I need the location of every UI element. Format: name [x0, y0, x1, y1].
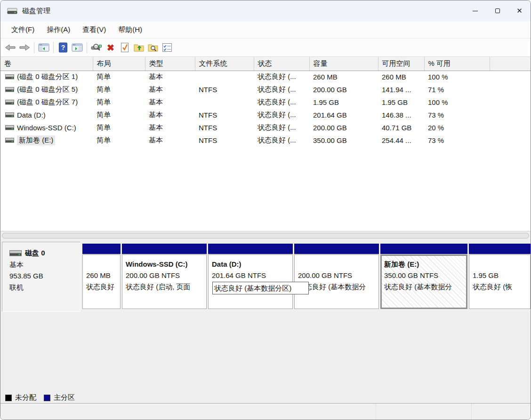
- column-header-pctfree[interactable]: % 可用: [424, 57, 490, 71]
- legend-unallocated-label: 未分配: [15, 393, 36, 402]
- partition-efi[interactable]: 260 MB 状态良好: [82, 244, 121, 312]
- partition-data-d[interactable]: Data (D:) 201.64 GB NTFS: [208, 244, 293, 312]
- cell-type: 基本: [145, 83, 195, 96]
- partition-status: 状态良好 (基本数据分: [298, 281, 378, 293]
- column-header-filesystem[interactable]: 文件系统: [195, 57, 254, 71]
- folder-search-button[interactable]: [146, 41, 160, 54]
- disk-0-info[interactable]: 磁盘 0 基本 953.85 GB 联机: [2, 242, 80, 312]
- partition-strip: 260 MB 状态良好 Windows-SSD (C:) 200.00 GB N…: [82, 244, 531, 312]
- table-row[interactable]: (磁盘 0 磁盘分区 5) 简单 基本 NTFS 状态良好 (... 200.0…: [0, 83, 531, 96]
- show-action-pane-button[interactable]: [70, 41, 84, 54]
- cell-status: 状态良好 (...: [254, 71, 309, 83]
- show-console-tree-button[interactable]: [37, 41, 51, 54]
- cell-fs: NTFS: [195, 134, 254, 147]
- column-header-status[interactable]: 状态: [254, 57, 309, 71]
- table-row[interactable]: Data (D:) 简单 基本 NTFS 状态良好 (... 201.64 GB…: [0, 109, 531, 121]
- menu-bar: 文件(F) 操作(A) 查看(V) 帮助(H): [0, 21, 531, 39]
- menu-view[interactable]: 查看(V): [76, 24, 112, 36]
- partition-status: 状态良好 (恢: [473, 281, 530, 293]
- disk-0-row: 磁盘 0 基本 953.85 GB 联机 260 MB 状态良好: [0, 239, 531, 312]
- table-row[interactable]: (磁盘 0 磁盘分区 7) 简单 基本 状态良好 (... 1.95 GB 1.…: [0, 96, 531, 109]
- statusbar-separator: [471, 404, 472, 420]
- cell-capacity: 260 MB: [309, 71, 378, 83]
- delete-icon: ✖: [107, 43, 114, 52]
- cell-layout: 简单: [93, 109, 145, 121]
- partition-size: 201.64 GB NTFS: [212, 270, 292, 281]
- delete-volume-button[interactable]: ✖: [104, 41, 118, 54]
- toolbar-separator: [87, 42, 87, 53]
- cell-status: 状态良好 (...: [254, 83, 309, 96]
- cell-status: 状态良好 (...: [254, 96, 309, 109]
- partition-new-volume-e[interactable]: 新加卷 (E:) 350.00 GB NTFS 状态良好 (基本数据分: [380, 244, 467, 312]
- drive-icon: [5, 112, 14, 118]
- cell-free: 260 MB: [378, 71, 424, 83]
- disk-properties-button[interactable]: [89, 41, 104, 54]
- disk-properties-icon: [90, 43, 103, 52]
- partition-size: 260 MB: [86, 270, 120, 281]
- action-pane-icon: [72, 43, 83, 52]
- cell-free: 40.71 GB: [378, 121, 424, 134]
- cell-layout: 简单: [93, 96, 145, 109]
- checklist-button[interactable]: [160, 41, 174, 54]
- disk-state: 联机: [9, 282, 80, 293]
- cell-pct: 100 %: [424, 71, 490, 83]
- help-icon: ?: [58, 42, 68, 53]
- cell-type: 基本: [145, 109, 195, 121]
- cell-status: 状态良好 (...: [254, 121, 309, 134]
- partition-header-bar: [380, 244, 467, 254]
- cell-pct: 100 %: [424, 96, 490, 109]
- toolbar-separator: [53, 42, 54, 53]
- status-bar: [0, 404, 531, 420]
- forward-icon: [19, 43, 30, 52]
- column-header-type[interactable]: 类型: [145, 57, 195, 71]
- column-header-freespace[interactable]: 可用空间: [378, 57, 424, 71]
- cell-capacity: 1.95 GB: [309, 96, 378, 109]
- disk-size: 953.85 GB: [9, 270, 80, 282]
- partition-unlabeled-200gb[interactable]: 200.00 GB NTFS 状态良好 (基本数据分: [294, 244, 379, 312]
- partition-header-bar: [122, 244, 207, 254]
- scrollbar-thumb[interactable]: [2, 233, 529, 238]
- cell-free: 141.94 ...: [378, 83, 424, 96]
- partition-status-tooltip: 状态良好 (基本数据分区): [212, 282, 309, 294]
- back-icon: [5, 43, 16, 52]
- partition-size: 200.00 GB NTFS: [298, 270, 378, 281]
- disk-graph-panel: 磁盘 0 基本 953.85 GB 联机 260 MB 状态良好: [0, 239, 531, 404]
- cell-status: 状态良好 (...: [254, 134, 309, 147]
- back-button[interactable]: [3, 41, 17, 54]
- partition-label: Data (D:): [212, 259, 292, 270]
- partition-recovery[interactable]: 1.95 GB 状态良好 (恢: [469, 244, 531, 312]
- cell-capacity: 201.64 GB: [309, 109, 378, 121]
- partition-size: 350.00 GB NTFS: [384, 270, 466, 281]
- cell-pct: 71 %: [424, 83, 490, 96]
- table-row-selected[interactable]: 新加卷 (E:) 简单 基本 NTFS 状态良好 (... 350.00 GB …: [0, 134, 531, 147]
- volume-list-panel: 卷 布局 类型 文件系统 状态 容量 可用空间 % 可用 (磁盘 0 磁盘分区 …: [0, 57, 531, 231]
- table-row[interactable]: (磁盘 0 磁盘分区 1) 简单 基本 状态良好 (... 260 MB 260…: [0, 71, 531, 83]
- partition-status: 状态良好 (启动, 页面: [126, 281, 206, 293]
- partition-status: 状态良好 (基本数据分: [384, 281, 466, 293]
- cell-free: 146.38 ...: [378, 109, 424, 121]
- cell-pct: 20 %: [424, 121, 490, 134]
- column-header-volume[interactable]: 卷: [0, 57, 93, 71]
- partition-windows-ssd-c[interactable]: Windows-SSD (C:) 200.00 GB NTFS 状态良好 (启动…: [122, 244, 207, 312]
- horizontal-scrollbar[interactable]: [0, 231, 531, 239]
- close-button[interactable]: ✕: [508, 0, 531, 21]
- check-document-button[interactable]: [118, 41, 132, 54]
- toolbar: ? ✖: [0, 39, 531, 57]
- folder-up-button[interactable]: [132, 41, 146, 54]
- volume-name: Windows-SSD (C:): [17, 124, 76, 132]
- menu-file[interactable]: 文件(F): [5, 24, 40, 36]
- table-row[interactable]: Windows-SSD (C:) 简单 基本 NTFS 状态良好 (... 20…: [0, 121, 531, 134]
- minimize-button[interactable]: [464, 0, 486, 21]
- menu-action[interactable]: 操作(A): [40, 24, 76, 36]
- maximize-button[interactable]: [486, 0, 508, 21]
- disk-type: 基本: [9, 259, 80, 270]
- help-button[interactable]: ?: [56, 41, 70, 54]
- menu-help[interactable]: 帮助(H): [112, 24, 148, 36]
- partition-header-bar: [208, 244, 293, 254]
- column-header-layout[interactable]: 布局: [93, 57, 145, 71]
- column-header-capacity[interactable]: 容量: [309, 57, 378, 71]
- volume-name: Data (D:): [17, 111, 46, 119]
- forward-button[interactable]: [17, 41, 32, 54]
- console-tree-icon: [38, 43, 49, 52]
- checklist-icon: [161, 42, 173, 53]
